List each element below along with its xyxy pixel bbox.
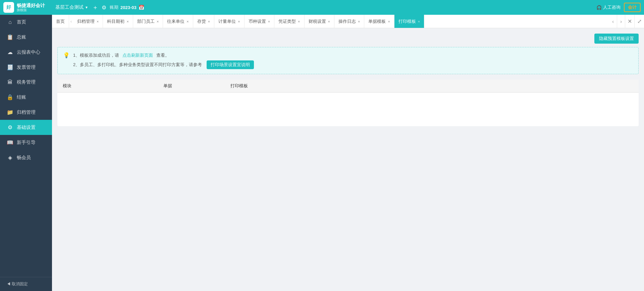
period-label: 账期 <box>110 4 118 10</box>
tab-subject[interactable]: 科目期初× <box>103 15 133 28</box>
main-area: 首页‹归档管理×科目期初×部门员工×往来单位×存货×计量单位×币种设置×凭证类型… <box>52 15 644 291</box>
sidebar-item-member[interactable]: ◈畅会员 <box>0 150 52 165</box>
tab-close-dept[interactable]: × <box>157 19 159 23</box>
add-company-icon[interactable]: ＋ <box>92 3 98 11</box>
company-name: 基层工会测试 <box>55 4 84 10</box>
hide-preview-button[interactable]: 隐藏预置模板设置 <box>594 34 639 44</box>
info-row-2: 2、多员工、多打印机、多种业务类型设置不同打印方案等，请参考 打印场景设置宜说明 <box>63 60 633 69</box>
top-bar: 好 畅捷通好会计 旗舰版 基层工会测试 ▾ ＋ ⚙ 账期 2023-03 📅 🎧… <box>0 0 644 15</box>
period-value: 2023-03 <box>120 5 137 10</box>
tab-printtemplate[interactable]: 打印模板× <box>394 15 424 28</box>
calendar-icon[interactable]: 📅 <box>139 5 144 10</box>
tab-label-subject: 科目期初 <box>107 18 124 25</box>
sidebar-icon-closing: 🔒 <box>7 94 13 100</box>
logo-main: 畅捷通好会计 <box>17 3 45 8</box>
tab-close-currency[interactable]: × <box>268 19 270 23</box>
sidebar-icon-archive: 📁 <box>7 109 13 115</box>
tab-currency[interactable]: 币种设置× <box>245 15 274 28</box>
tab-unit[interactable]: 计量单位× <box>214 15 244 28</box>
tab-close-inventory[interactable]: × <box>208 19 210 23</box>
sidebar-label-guide: 新手引导 <box>17 140 36 146</box>
sidebar-item-home[interactable]: ⌂首页 <box>0 15 52 30</box>
support-button[interactable]: 🎧 人工咨询 <box>596 4 621 10</box>
tab-oplog[interactable]: 操作日志× <box>334 15 364 28</box>
explain-button[interactable]: 打印场景设置宜说明 <box>207 60 254 69</box>
logo-icon: 好 <box>3 2 14 13</box>
top-right: 🎧 人工咨询 会计 <box>596 3 641 12</box>
table-header: 模块 单据 打印模板 <box>57 80 639 93</box>
sidebar-item-guide[interactable]: 📖新手引导 <box>0 135 52 150</box>
sidebar-item-tax[interactable]: 🏛税务管理 <box>0 75 52 90</box>
tab-inventory[interactable]: 存货× <box>193 15 214 28</box>
tab-voucher[interactable]: 凭证类型× <box>274 15 304 28</box>
tab-label-supplier: 往来单位 <box>167 18 184 25</box>
support-label: 人工咨询 <box>603 4 621 10</box>
tab-label-oplog: 操作日志 <box>338 18 356 25</box>
sidebar-icon-reports: ☁ <box>7 49 13 55</box>
tab-close-supplier[interactable]: × <box>186 19 189 23</box>
sidebar-item-closing[interactable]: 🔒结账 <box>0 90 52 105</box>
tabs-prev-button[interactable]: ‹ <box>609 15 617 28</box>
tabs-close-all-button[interactable]: ✕ <box>625 15 635 28</box>
table-body <box>57 93 639 126</box>
info-line1-post: 查看。 <box>156 52 169 58</box>
layout: ⌂首页📋总账☁云报表中心🧾发票管理🏛税务管理🔒结账📁归档管理⚙基础设置📖新手引导… <box>0 15 644 291</box>
tab-close-archive[interactable]: × <box>97 19 99 23</box>
action-bar: 隐藏预置模板设置 <box>57 34 639 44</box>
tab-close-unit[interactable]: × <box>238 19 240 23</box>
sidebar-items: ⌂首页📋总账☁云报表中心🧾发票管理🏛税务管理🔒结账📁归档管理⚙基础设置📖新手引导… <box>0 15 52 165</box>
tab-close-taxsetting[interactable]: × <box>328 19 330 23</box>
sidebar-item-settings[interactable]: ⚙基础设置 <box>0 120 52 135</box>
headset-icon: 🎧 <box>596 5 602 10</box>
tab-close-subject[interactable]: × <box>126 19 128 23</box>
tab-taxsetting[interactable]: 财税设置× <box>305 15 334 28</box>
col-module: 模块 <box>57 80 158 92</box>
sidebar-label-home: 首页 <box>17 19 26 25</box>
tab-close-voucher[interactable]: × <box>298 19 300 23</box>
tabs-breadcrumb-sep: ‹ <box>69 15 73 28</box>
kuaiji-button[interactable]: 会计 <box>624 3 641 12</box>
tab-home-label: 首页 <box>56 18 65 25</box>
tab-label-singledoc: 单据模板 <box>368 18 386 25</box>
sidebar-icon-settings: ⚙ <box>7 124 13 131</box>
period-area: 账期 2023-03 📅 <box>110 4 144 10</box>
info-line1-pre: 1、模板添加成功后，请 <box>73 52 119 58</box>
tab-close-oplog[interactable]: × <box>358 19 360 23</box>
col-template: 打印模板 <box>225 80 639 92</box>
tabs-expand-button[interactable]: ⤢ <box>635 15 644 28</box>
sidebar-footer[interactable]: ◀ 取消固定 <box>0 277 52 291</box>
logo-sub: 旗舰版 <box>17 8 45 12</box>
tab-label-inventory: 存货 <box>197 18 206 25</box>
sidebar-item-archive[interactable]: 📁归档管理 <box>0 105 52 120</box>
tab-home[interactable]: 首页 <box>52 15 69 28</box>
sidebar-item-reports[interactable]: ☁云报表中心 <box>0 45 52 60</box>
sidebar-label-tax: 税务管理 <box>17 79 36 85</box>
tab-label-voucher: 凭证类型 <box>278 18 296 25</box>
tabs-next-button[interactable]: › <box>617 15 625 28</box>
tab-close-printtemplate[interactable]: × <box>418 19 420 23</box>
tab-dept[interactable]: 部门员工× <box>133 15 163 28</box>
sidebar-icon-member: ◈ <box>7 154 13 161</box>
tab-singledoc[interactable]: 单据模板× <box>364 15 394 28</box>
sidebar-icon-invoice: 🧾 <box>7 64 13 70</box>
tabs-container: 首页‹归档管理×科目期初×部门员工×往来单位×存货×计量单位×币种设置×凭证类型… <box>52 15 609 28</box>
sidebar-label-invoice: 发票管理 <box>17 64 36 70</box>
sidebar-label-archive: 归档管理 <box>17 109 36 115</box>
sidebar-icon-ledger: 📋 <box>7 34 13 40</box>
settings-icon[interactable]: ⚙ <box>102 4 106 11</box>
tab-label-currency: 币种设置 <box>249 18 266 25</box>
logo-text: 畅捷通好会计 旗舰版 <box>17 3 45 12</box>
tab-close-singledoc[interactable]: × <box>388 19 390 23</box>
sidebar: ⌂首页📋总账☁云报表中心🧾发票管理🏛税务管理🔒结账📁归档管理⚙基础设置📖新手引导… <box>0 15 52 291</box>
col-doc: 单据 <box>158 80 225 92</box>
info-box: 💡 1、模板添加成功后，请 点击刷新新页面 查看。 2、多员工、多打印机、多种业… <box>57 47 639 74</box>
sidebar-item-invoice[interactable]: 🧾发票管理 <box>0 60 52 75</box>
tab-label-unit: 计量单位 <box>218 18 236 25</box>
sidebar-label-reports: 云报表中心 <box>17 49 40 55</box>
tab-label-printtemplate: 打印模板 <box>398 18 416 25</box>
company-dropdown-icon[interactable]: ▾ <box>86 5 88 10</box>
tab-supplier[interactable]: 往来单位× <box>163 15 193 28</box>
tab-archive[interactable]: 归档管理× <box>73 15 103 28</box>
sidebar-item-ledger[interactable]: 📋总账 <box>0 30 52 45</box>
refresh-link[interactable]: 点击刷新新页面 <box>122 52 153 58</box>
